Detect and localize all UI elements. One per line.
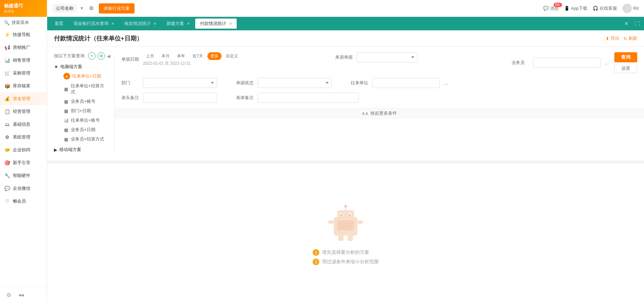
tab-new-scheme-close[interactable]: ✕ (187, 22, 190, 26)
messages-action[interactable]: 💬 消息 99+ (543, 5, 559, 11)
collapse-scheme-btn[interactable]: ◀ (107, 54, 110, 59)
sidebar-item-member[interactable]: ♡ 畅会员 (0, 195, 47, 208)
header-settings-btn[interactable]: ⚙ (87, 4, 96, 13)
tip-num-1: 1 (313, 249, 319, 256)
app-download-action[interactable]: 📱 App下载 (564, 5, 587, 11)
empty-tip-2-text: 用过滤条件来缩小分析范围 (322, 259, 379, 265)
scheme-salesman-date[interactable]: ▦ 业务员+日期 (54, 125, 110, 134)
date-btn-this-month[interactable]: 本月 (158, 52, 173, 60)
voucher-status-select[interactable] (258, 78, 332, 88)
company-dropdown-icon[interactable]: ▼ (80, 6, 84, 11)
footer-collapse-btn[interactable]: ◀◀ (16, 290, 26, 300)
scheme-partner-date[interactable]: ● 往来单位+日期 (54, 71, 110, 81)
date-btn-last-month[interactable]: 上月 (143, 52, 157, 60)
refresh-button[interactable]: ↻ 刷新 (623, 35, 637, 41)
sidebar-item-capital[interactable]: 💰 资金管理 (0, 92, 47, 105)
sidebar-item-guide[interactable]: 🎯 新手引导 (0, 156, 47, 169)
sidebar-item-basic-info[interactable]: 🗂 基础信息 (0, 118, 47, 131)
table-body-note-input[interactable] (258, 93, 359, 103)
scheme-partner-account[interactable]: 📊 往来单位+账号 (54, 116, 110, 125)
tab-maximize-btn[interactable]: ⛶ (633, 20, 641, 28)
tab-payment-situation[interactable]: 付款情况统计 ✕ (195, 19, 237, 29)
pc-scheme-group-label: 电脑端方案 (60, 64, 82, 70)
footer-settings-btn[interactable]: ⚙ (4, 290, 13, 300)
tab-new-scheme-label: 新建方案 (167, 21, 184, 27)
page-header: 付款情况统计（往来单位+日期） ⬆ 导出 ↻ 刷新 (47, 30, 644, 47)
page-header-actions: ⬆ 导出 ↻ 刷新 (606, 35, 637, 41)
filter-row-2: 部门 单据状态 往来单位 ... (121, 78, 637, 88)
tab-cash-flow[interactable]: 现金银行流水查询 ✕ (69, 19, 119, 29)
voucher-status-label: 单据状态 (236, 80, 255, 86)
pc-scheme-group-header[interactable]: ▼ 电脑端方案 (54, 62, 110, 71)
sidebar-header: 畅捷通巧 标准版 (0, 0, 47, 17)
settings-scheme-btn[interactable]: ⚙ (97, 52, 105, 60)
tab-new-scheme[interactable]: 新建方案 ✕ (162, 19, 195, 29)
sidebar-item-purchase[interactable]: 🛒 采购管理 (0, 67, 47, 80)
partner-input[interactable] (372, 78, 440, 88)
query-button[interactable]: 查询 (614, 52, 637, 62)
tab-window-actions: ✕ ⛶ (622, 20, 641, 28)
sidebar-item-enterprise[interactable]: 🤝 企业协同 (0, 144, 47, 156)
sidebar-item-label: 经营管理 (13, 109, 30, 115)
trial-button[interactable]: 体验行业方案 (99, 3, 135, 13)
export-label: 导出 (611, 35, 619, 41)
online-service-action[interactable]: 🎧 在线客服 (593, 5, 617, 11)
sidebar-item-sales[interactable]: 📊 销售管理 (0, 54, 47, 67)
empty-tip-2: 2 用过滤条件来缩小分析范围 (313, 259, 379, 265)
date-btn-this-year[interactable]: 本年 (174, 52, 188, 60)
tab-close-all-btn[interactable]: ✕ (622, 20, 631, 28)
tab-payment-stats-close[interactable]: ✕ (153, 22, 156, 26)
scheme-partner-settlement[interactable]: ▦ 往来单位+结算方式 (54, 81, 110, 97)
date-btn-custom[interactable]: 自定义 (223, 52, 241, 60)
scheme-salesman-settlement[interactable]: ▦ 业务员+结算方式 (54, 134, 110, 144)
collapse-more-btn[interactable]: ∧∧ 收起更多条件 (115, 108, 644, 119)
scheme-label: 往来单位+结算方式 (71, 83, 108, 95)
sidebar-item-hardware[interactable]: 🔧 智能硬件 (0, 169, 47, 182)
tab-home[interactable]: 首页 (50, 19, 68, 29)
empty-tip-1: 1 请先选择要分析的方案 (313, 249, 379, 256)
tab-payment-stats[interactable]: 收款情况统计 ✕ (120, 19, 161, 29)
dept-select[interactable] (143, 78, 217, 88)
sidebar-item-inventory[interactable]: 📦 库存核算 (0, 80, 47, 92)
date-buttons: 上月 本月 本年 近7天 更多 自定义 (143, 52, 241, 60)
source-label: 来源单据 (335, 54, 354, 60)
sidebar-item-label: 库存核算 (13, 83, 30, 89)
date-btn-more[interactable]: 更多 (207, 52, 222, 60)
empty-state: 1 请先选择要分析的方案 2 用过滤条件来缩小分析范围 (47, 164, 644, 303)
sidebar-item-wechat[interactable]: 💬 企业微信 (0, 182, 47, 195)
svg-rect-11 (338, 235, 344, 241)
sidebar: 畅捷通巧 标准版 🔍 搜索菜单 ⚡ 快捷导航 📢 营销推广 📊 销售管理 🛒 采… (0, 0, 47, 303)
scheme-dept-date[interactable]: ▦ 部门+日期 (54, 106, 110, 116)
sidebar-search[interactable]: 🔍 搜索菜单 (0, 17, 47, 28)
sidebar-item-operation[interactable]: 📋 经营管理 (0, 105, 47, 118)
date-btn-7days[interactable]: 近7天 (189, 52, 206, 60)
sidebar-item-label: 企业协同 (13, 147, 30, 153)
scheme-title: 按以下方案查询 (54, 53, 85, 59)
salesman-input[interactable] (533, 58, 601, 68)
settings-small-button[interactable]: 设置 (614, 64, 637, 73)
user-area[interactable]: Rit (622, 4, 639, 13)
source-select[interactable] (357, 52, 417, 62)
scheme-label: 业务员+日期 (71, 127, 95, 133)
scheme-grid-icon4: ▦ (63, 127, 69, 132)
company-name[interactable]: 公司名称 (53, 4, 77, 13)
table-header-note-input[interactable] (143, 93, 217, 103)
scheme-grid-icon2: ▦ (63, 99, 69, 104)
partner-dots[interactable]: ... (444, 80, 448, 86)
wechat-icon: 💬 (4, 185, 10, 191)
add-scheme-btn[interactable]: + (88, 52, 95, 60)
mobile-scheme-group-header[interactable]: ▶ 移动端方案 (54, 145, 110, 154)
chevron-right-icon: ▶ (54, 147, 57, 152)
export-button[interactable]: ⬆ 导出 (606, 35, 619, 41)
salesman-dots[interactable]: ... (605, 60, 609, 66)
sidebar-search-label: 搜索菜单 (11, 20, 29, 26)
sidebar-item-marketing[interactable]: 📢 营销推广 (0, 41, 47, 54)
tab-payment-situation-close[interactable]: ✕ (229, 22, 232, 26)
sidebar-item-label: 快捷导航 (13, 32, 30, 38)
member-icon: ♡ (4, 198, 10, 204)
sidebar-item-system[interactable]: ⚙ 系统管理 (0, 131, 47, 144)
tab-cash-flow-close[interactable]: ✕ (111, 22, 114, 26)
scheme-salesman-account[interactable]: ▦ 业务员+账号 (54, 97, 110, 106)
mobile-scheme-group-label: 移动端方案 (59, 147, 81, 153)
sidebar-item-quick-nav[interactable]: ⚡ 快捷导航 (0, 28, 47, 41)
